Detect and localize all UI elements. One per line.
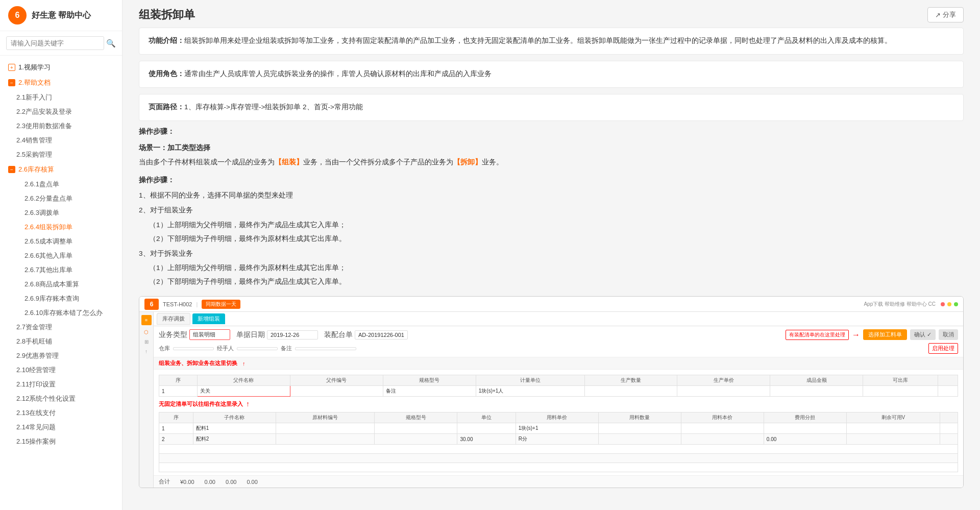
scr-type-label: 业务类型 (159, 330, 187, 339)
scr-person (237, 347, 278, 350)
scr-sidebar-left: ≡ ⬡ ⊞ ↑ (139, 312, 154, 488)
scr-menu-icon: ≡ (141, 315, 152, 325)
scr-annotation3: 组装业务、拆卸业务在这里切换 (159, 359, 237, 367)
scr-sub2-share: 0.00 (764, 434, 846, 445)
step2-sub1: （1）上部明细为父件明细，最终作为产成品生成其它入库单； (139, 220, 964, 231)
scr-nav-icon2: ⊞ (144, 339, 149, 345)
share-button[interactable]: ↗ 分享 (927, 7, 964, 22)
sidebar-item-268[interactable]: 2.6.8商品成本重算 (24, 277, 122, 292)
scr-th-sub-seq: 序 (159, 412, 193, 423)
sidebar-item-213[interactable]: 2.13在线支付 (16, 406, 122, 420)
scr-td-seq: 1 (159, 386, 198, 397)
scr-td-name: 关关 (197, 386, 290, 397)
step1: 1、根据不同的业务，选择不同单据的类型来处理 (139, 190, 964, 202)
assembly-label: 【组装】 (275, 158, 303, 166)
scr-annotation5-label: 无固定清单可以往组件在这里录入 (159, 400, 243, 408)
scr-sub2-uqty (598, 434, 681, 445)
sidebar-item-video[interactable]: + 1.视频学习 (0, 60, 122, 75)
scr-cancel-btn[interactable]: 取消 (939, 329, 958, 340)
scr-sub-td-remain (846, 423, 940, 434)
scr-th-sub-name: 子件名称 (193, 412, 276, 423)
path-block: 页面路径：1、库存核算->库存管理->组装拆卸单 2、首页->常用功能 (139, 94, 964, 121)
scr-th-spec: 规格型号 (383, 375, 476, 386)
sidebar-item-262[interactable]: 2.6.2分量盘点单 (24, 191, 122, 206)
scr-confirm-btn[interactable]: 确认 ✓ (910, 329, 936, 340)
scr-empty-row3 (159, 463, 958, 472)
scr-warehouse (173, 347, 214, 350)
sidebar-item-210[interactable]: 2.10经营管理 (16, 363, 122, 377)
role-label: 使用角色： (149, 70, 184, 78)
scr-td-unit: 1块(s)+1人 (476, 386, 584, 397)
scr-tab-2: 新增组装 (192, 313, 225, 324)
scr-memo (295, 347, 356, 350)
share-icon: ↗ (935, 11, 941, 19)
logo-icon: 6 (8, 6, 27, 25)
sidebar-item-265[interactable]: 2.6.5成本调整单 (24, 234, 122, 249)
scr-th-sub-unit: 单位 (457, 412, 516, 423)
sidebar-item-263[interactable]: 2.6.3调拨单 (24, 206, 122, 220)
scene-title: 场景一：加工类型选择 (139, 143, 964, 153)
scr-td-avail (863, 386, 938, 397)
scr-sub-td-ucost (681, 423, 764, 434)
scr-child-table: 序 子件名称 原材料编号 规格型号 单位 用料单价 用料数量 用料本价 费用分担 (159, 412, 958, 472)
scr-sub2-no (276, 434, 375, 445)
sidebar-item-22[interactable]: 2.2产品安装及登录 (16, 105, 122, 119)
sidebar-item-24[interactable]: 2.4销售管理 (16, 133, 122, 148)
sidebar-item-211[interactable]: 2.11打印设置 (16, 377, 122, 392)
scr-order-value: AD-20191226-001 (355, 330, 408, 339)
sidebar-item-215[interactable]: 2.15操作案例 (16, 434, 122, 449)
sidebar-item-29[interactable]: 2.9优惠券管理 (16, 349, 122, 363)
scr-sub2-action (940, 434, 958, 445)
step3: 3、对于拆装业务 (139, 248, 964, 260)
sidebar-item-label: 1.视频学习 (18, 63, 51, 72)
sidebar-item-212[interactable]: 2.12系统个性化设置 (16, 392, 122, 406)
table-row (159, 445, 958, 454)
scr-sub2-remain (846, 434, 940, 445)
sidebar-item-21[interactable]: 2.1新手入门 (16, 90, 122, 105)
function-intro-text: 组装拆卸单用来处理企业组装或拆卸等加工业务，支持有固定装配清单的产品加工业务，也… (184, 37, 892, 44)
scr-footer-val4: 0.00 (247, 479, 257, 485)
scr-sub2-uprice: R分 (516, 434, 598, 445)
sidebar-item-266[interactable]: 2.6.6其他入库单 (24, 249, 122, 263)
scr-th-sub-spec: 规格型号 (375, 412, 457, 423)
scr-order-label: 装配台单 (324, 330, 353, 339)
path-label: 页面路径： (149, 103, 184, 111)
scr-th-action (938, 375, 958, 386)
step3-sub1: （1）上部明细为父件明细，最终作为原材料生成其它出库单； (139, 262, 964, 274)
scr-date-value: 2019-12-26 (267, 330, 318, 339)
scr-td-spec: 备注 (383, 386, 476, 397)
search-button[interactable]: 🔍 (106, 39, 116, 48)
sidebar-item-214[interactable]: 2.14常见问题 (16, 420, 122, 434)
path-text: 1、库存核算->库存管理->组装拆卸单 2、首页->常用功能 (184, 103, 363, 111)
sidebar-item-docs[interactable]: − 2.帮助文档 (0, 75, 122, 90)
scr-sub2-name: 配料2 (193, 434, 276, 445)
scr-lower-table-area: 序 子件名称 原材料编号 规格型号 单位 用料单价 用料数量 用料本价 费用分担 (154, 412, 963, 475)
scr-sub-td-unit (457, 423, 516, 434)
sidebar-item-267[interactable]: 2.6.7其他出库单 (24, 263, 122, 277)
search-input[interactable] (6, 36, 104, 50)
sidebar-item-261[interactable]: 2.6.1盘点单 (24, 177, 122, 191)
scr-window-bar: 6 TEST-H002 | 同期数据一天 App下载 帮助维修 帮助中心 CC (139, 297, 963, 312)
scr-th-sub-no: 原材料编号 (276, 412, 375, 423)
sidebar-item-264[interactable]: 2.6.4组装拆卸单 (24, 220, 122, 234)
scr-th-sub-remain: 剩余可用V (846, 412, 940, 423)
sidebar-item-2610[interactable]: 2.6.10库存账本错了怎么办 (24, 306, 122, 320)
scr-annotation4: 启用处理 (928, 343, 958, 354)
scr-footer-val1: ¥0.00 (180, 479, 194, 485)
sidebar-item-23[interactable]: 2.3使用前数据准备 (16, 119, 122, 133)
table-row: 1 关关 备注 1块(s)+1人 (159, 386, 958, 397)
scr-select-btn[interactable]: 选择加工料单 (863, 329, 907, 340)
scr-td-btn (938, 386, 958, 397)
expand-icon: + (8, 64, 15, 71)
scr-sub-td-share (764, 423, 846, 434)
scr-th-sub-share: 费用分担 (764, 412, 846, 423)
sidebar-item-26[interactable]: − 2.6库存核算 (8, 162, 122, 177)
sidebar-item-28[interactable]: 2.8手机旺铺 (16, 334, 122, 349)
role-block: 使用角色：通常由生产人员或库管人员完成拆装业务的操作，库管人员确认原材料的出库和… (139, 61, 964, 88)
scr-th-avail: 可出库 (863, 375, 938, 386)
sidebar-item-269[interactable]: 2.6.9库存账本查询 (24, 292, 122, 306)
ops-section: 操作步骤： 场景一：加工类型选择 当由多个子件材料组装成一个成品的业务为【组装】… (139, 127, 964, 489)
scr-empty-row2 (159, 454, 958, 463)
sidebar-item-27[interactable]: 2.7资金管理 (16, 320, 122, 334)
sidebar-item-25[interactable]: 2.5采购管理 (16, 148, 122, 162)
